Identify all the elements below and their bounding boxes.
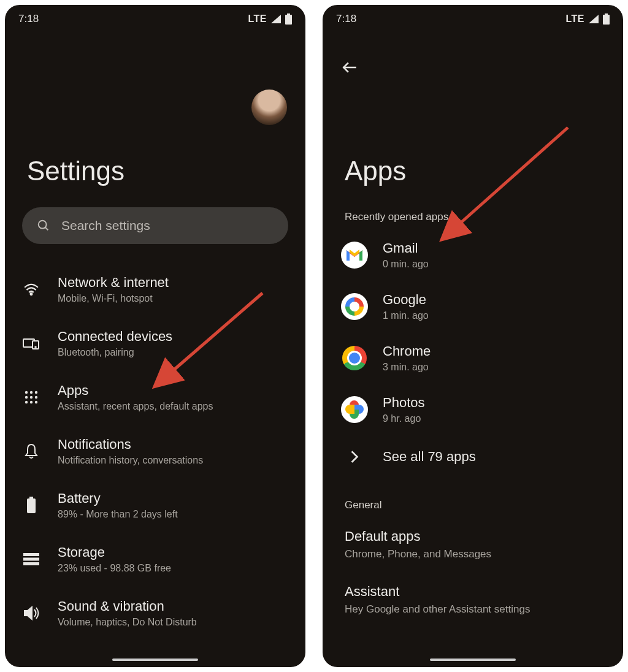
status-time: 7:18: [336, 13, 356, 25]
item-title: Network & internet: [58, 275, 169, 291]
signal-icon: [588, 14, 599, 24]
item-title: Apps: [58, 383, 213, 399]
chrome-icon: [341, 345, 368, 372]
item-sub: Bluetooth, pairing: [58, 347, 172, 358]
svg-rect-21: [23, 562, 39, 565]
search-settings[interactable]: Search settings: [22, 207, 288, 244]
app-row-chrome[interactable]: Chrome 3 min. ago: [323, 332, 623, 384]
svg-rect-0: [287, 13, 290, 15]
profile-avatar[interactable]: [251, 90, 287, 125]
svg-point-11: [25, 396, 28, 399]
svg-rect-20: [23, 558, 39, 561]
search-placeholder: Search settings: [61, 218, 150, 233]
item-title: Default apps: [345, 529, 601, 544]
item-title: Assistant: [345, 584, 601, 600]
svg-line-3: [45, 227, 48, 231]
see-all-apps[interactable]: See all 79 apps: [323, 435, 623, 478]
svg-point-14: [25, 401, 28, 403]
svg-point-7: [35, 346, 36, 348]
battery-icon: [603, 13, 610, 25]
app-time: 9 hr. ago: [383, 413, 425, 424]
settings-item-connected-devices[interactable]: Connected devices Bluetooth, pairing: [11, 316, 299, 370]
network-label: LTE: [248, 13, 267, 25]
item-sub: 89% - More than 2 days left: [58, 509, 178, 520]
settings-item-network[interactable]: Network & internet Mobile, Wi-Fi, hotspo…: [11, 262, 299, 316]
settings-item-sound[interactable]: Sound & vibration Volume, haptics, Do No…: [11, 586, 299, 640]
item-sub: Hey Google and other Assistant settings: [345, 603, 601, 616]
item-sub: Volume, haptics, Do Not Disturb: [58, 617, 197, 628]
svg-point-16: [35, 401, 37, 403]
svg-point-15: [30, 401, 33, 403]
app-name: Google: [383, 292, 429, 308]
back-button[interactable]: [337, 55, 362, 80]
item-title: Connected devices: [58, 329, 172, 345]
svg-point-8: [25, 391, 28, 394]
google-icon: [341, 293, 368, 320]
app-row-google[interactable]: Google 1 min. ago: [323, 281, 623, 332]
volume-icon: [20, 606, 43, 620]
home-indicator[interactable]: [112, 659, 198, 661]
status-right: LTE: [565, 13, 610, 25]
settings-item-storage[interactable]: Storage 23% used - 98.88 GB free: [11, 532, 299, 586]
svg-rect-18: [27, 498, 36, 513]
settings-item-notifications[interactable]: Notifications Notification history, conv…: [11, 424, 299, 478]
settings-screen: 7:18 LTE Settings Search settings Networ…: [5, 5, 305, 667]
item-title: Battery: [58, 491, 178, 506]
devices-icon: [20, 337, 43, 349]
app-row-gmail[interactable]: Gmail 0 min. ago: [323, 229, 623, 281]
svg-rect-23: [605, 13, 608, 15]
app-name: Chrome: [383, 343, 431, 359]
status-time: 7:18: [18, 13, 39, 25]
svg-point-10: [35, 391, 37, 394]
svg-rect-1: [285, 15, 292, 25]
status-bar: 7:18 LTE: [323, 5, 623, 33]
item-sub: Assistant, recent apps, default apps: [58, 401, 213, 412]
app-name: Gmail: [383, 240, 429, 256]
chevron-right-icon: [341, 450, 368, 464]
svg-rect-24: [603, 15, 610, 25]
app-time: 0 min. ago: [383, 259, 429, 270]
wifi-icon: [20, 283, 43, 296]
app-time: 3 min. ago: [383, 362, 431, 373]
item-title: Sound & vibration: [58, 598, 197, 614]
settings-item-battery[interactable]: Battery 89% - More than 2 days left: [11, 478, 299, 532]
svg-point-2: [39, 221, 47, 229]
general-item-assistant[interactable]: Assistant Hey Google and other Assistant…: [323, 575, 623, 630]
bell-icon: [20, 443, 43, 459]
battery-vertical-icon: [20, 497, 43, 514]
page-title: Apps: [323, 156, 623, 186]
item-title: Notifications: [58, 437, 203, 452]
settings-list: Network & internet Mobile, Wi-Fi, hotspo…: [5, 250, 305, 640]
svg-point-13: [35, 396, 37, 399]
app-row-photos[interactable]: Photos 9 hr. ago: [323, 384, 623, 435]
home-indicator[interactable]: [430, 659, 516, 661]
item-sub: Notification history, conversations: [58, 455, 203, 466]
settings-item-apps[interactable]: Apps Assistant, recent apps, default app…: [11, 370, 299, 424]
svg-point-9: [30, 391, 33, 394]
see-all-label: See all 79 apps: [383, 449, 476, 465]
svg-rect-19: [23, 553, 39, 556]
apps-icon: [20, 391, 43, 404]
search-icon: [37, 219, 50, 232]
storage-icon: [20, 553, 43, 565]
item-sub: Chrome, Phone, and Messages: [345, 548, 601, 560]
svg-point-4: [31, 293, 33, 295]
item-title: Storage: [58, 544, 171, 560]
gmail-icon: [341, 242, 368, 269]
general-item-default-apps[interactable]: Default apps Chrome, Phone, and Messages: [323, 520, 623, 575]
general-label: General: [323, 478, 623, 520]
svg-point-12: [30, 396, 33, 399]
status-right: LTE: [248, 13, 292, 25]
page-title: Settings: [5, 156, 305, 186]
battery-icon: [285, 13, 292, 25]
item-sub: 23% used - 98.88 GB free: [58, 563, 171, 574]
photos-icon: [341, 396, 368, 423]
app-time: 1 min. ago: [383, 310, 429, 321]
app-name: Photos: [383, 395, 425, 411]
item-sub: Mobile, Wi-Fi, hotspot: [58, 293, 169, 304]
signal-icon: [270, 14, 281, 24]
recent-apps-label: Recently opened apps: [323, 211, 623, 223]
status-bar: 7:18 LTE: [5, 5, 305, 33]
svg-rect-17: [29, 497, 33, 498]
apps-screen: 7:18 LTE Apps Recently opened apps Gmail…: [323, 5, 623, 667]
